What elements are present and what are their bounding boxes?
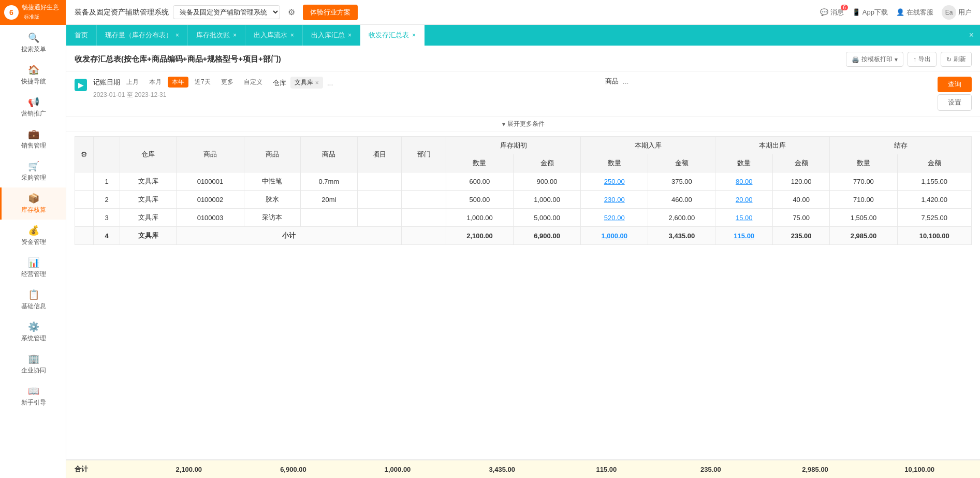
- service-icon: 👤: [896, 8, 904, 16]
- row-close-amt: 1,155.00: [897, 172, 971, 191]
- tab-batch-close[interactable]: ×: [233, 32, 237, 39]
- total-in-amt: 3,435.00: [450, 466, 554, 473]
- export-button[interactable]: ↑ 导出: [908, 52, 937, 67]
- tab-inventory-dist-close[interactable]: ×: [175, 32, 179, 39]
- col-header-out-qty: 数量: [715, 154, 772, 172]
- product-ellipsis[interactable]: ...: [623, 77, 629, 85]
- date-preset-7days[interactable]: 近7天: [191, 77, 215, 88]
- table-container: ⚙ 仓库 商品 商品 商品 项目 部门 库存期初 本期入库 本期出库: [66, 132, 980, 459]
- date-preset-more[interactable]: 更多: [217, 77, 238, 88]
- total-open-qty: 2,100.00: [137, 466, 241, 473]
- row-close-amt: 7,525.00: [897, 209, 971, 227]
- sidebar-item-marketing[interactable]: 📢 营销推广: [0, 91, 66, 123]
- expand-label: 展开更多条件: [507, 120, 545, 128]
- sidebar-item-sales[interactable]: 💼 销售管理: [0, 123, 66, 155]
- col-header-code: 商品: [177, 137, 244, 172]
- sidebar-logo: 6 畅捷通好生意 标准版: [0, 0, 66, 25]
- date-range-text: 2023-01-01 至 2023-12-31: [93, 91, 267, 99]
- subtotal-in-qty[interactable]: 1,000.00: [581, 227, 648, 245]
- row-project: [358, 209, 402, 227]
- user-button[interactable]: Ea 用户: [942, 5, 972, 20]
- main-area: 装备及固定资产辅助管理系统 装备及固定资产辅助管理系统 ⚙ 体验行业方案 💬 消…: [66, 0, 980, 478]
- sidebar-item-operation[interactable]: 📊 经营管理: [0, 252, 66, 284]
- message-button[interactable]: 💬 消息 6: [820, 8, 844, 17]
- tab-receive-summary-label: 收发存汇总表: [369, 31, 409, 40]
- sidebar-item-quicknav[interactable]: 🏠 快捷导航: [0, 59, 66, 91]
- date-preset-this-month[interactable]: 本月: [145, 77, 166, 88]
- expand-more-button[interactable]: ▾ 展开更多条件: [502, 120, 545, 128]
- sidebar-item-operation-label: 经营管理: [21, 270, 46, 279]
- tab-receive-summary-close[interactable]: ×: [412, 32, 416, 39]
- export-label: 导出: [918, 55, 931, 64]
- finance-icon: 💰: [28, 225, 39, 236]
- filter-setting-button[interactable]: 设置: [938, 94, 972, 111]
- row-name: 采访本: [244, 209, 300, 227]
- tab-bar-close[interactable]: ×: [963, 31, 980, 40]
- row-out-qty[interactable]: 80.00: [715, 172, 772, 191]
- system-title: 装备及固定资产辅助管理系统: [75, 8, 169, 17]
- logo-title: 畅捷通好生意: [22, 4, 59, 12]
- system-selector[interactable]: 装备及固定资产辅助管理系统: [173, 5, 280, 19]
- row-in-qty[interactable]: 230.00: [581, 191, 648, 209]
- col-header-close-amt: 金额: [897, 154, 971, 172]
- tab-flow[interactable]: 出入库流水 ×: [245, 25, 303, 46]
- row-in-qty[interactable]: 520.00: [581, 209, 648, 227]
- user-avatar: Ea: [942, 5, 956, 20]
- date-preset-last-month[interactable]: 上月: [122, 77, 143, 88]
- table-row: 1 文具库 0100001 中性笔 0.7mm 600.00 900.00 25…: [75, 172, 972, 191]
- tab-summary-label: 出入库汇总: [311, 31, 345, 40]
- filter-toggle-button[interactable]: ▶: [75, 79, 87, 91]
- tab-batch[interactable]: 库存批次账 ×: [188, 25, 245, 46]
- online-service-button[interactable]: 👤 在线客服: [896, 8, 933, 17]
- row-in-qty[interactable]: 250.00: [581, 172, 648, 191]
- row-out-qty[interactable]: 15.00: [715, 209, 772, 227]
- sidebar-item-guide[interactable]: 📖 新手引导: [0, 380, 66, 412]
- subtotal-open-amt: 6,900.00: [514, 227, 581, 245]
- filter-product-section: 商品 ...: [605, 77, 931, 86]
- row-open-qty: 500.00: [446, 191, 513, 209]
- col-header-in: 本期入库: [581, 137, 715, 155]
- sidebar-item-finance[interactable]: 💰 资金管理: [0, 220, 66, 252]
- date-preset-this-year[interactable]: 本年: [168, 77, 188, 88]
- page-actions: 🖨️ 按模板打印 ▾ ↑ 导出 ↻ 刷新: [846, 52, 972, 67]
- row-out-qty[interactable]: 20.00: [715, 191, 772, 209]
- table-settings-icon[interactable]: ⚙: [81, 150, 87, 158]
- col-header-settings[interactable]: ⚙: [75, 137, 94, 172]
- subtotal-out-qty[interactable]: 115.00: [715, 227, 772, 245]
- row-close-amt: 1,420.00: [897, 191, 971, 209]
- date-label: 记账日期: [93, 78, 120, 87]
- col-header-in-amt: 金额: [648, 154, 715, 172]
- sidebar-item-inventory[interactable]: 📦 库存核算: [0, 187, 66, 220]
- date-preset-custom[interactable]: 自定义: [240, 77, 267, 88]
- tab-summary[interactable]: 出入库汇总 ×: [303, 25, 360, 46]
- table-footer: 合计 2,100.00 6,900.00 1,000.00 3,435.00 1…: [66, 459, 980, 478]
- query-button[interactable]: 查询: [938, 77, 972, 92]
- sidebar-item-system[interactable]: ⚙️ 系统管理: [0, 316, 66, 348]
- experience-button[interactable]: 体验行业方案: [303, 5, 358, 20]
- app-download-button[interactable]: 📱 App下载: [852, 8, 888, 17]
- print-label: 按模板打印: [861, 55, 893, 64]
- sidebar-item-search[interactable]: 🔍 搜索菜单: [0, 27, 66, 59]
- refresh-button[interactable]: ↻ 刷新: [941, 52, 972, 67]
- tab-summary-close[interactable]: ×: [348, 32, 352, 39]
- settings-gear-icon[interactable]: ⚙: [284, 5, 299, 20]
- row-spec: 0.7mm: [300, 172, 357, 191]
- tab-flow-close[interactable]: ×: [290, 32, 294, 39]
- col-header-out: 本期出库: [715, 137, 830, 155]
- sidebar-item-enterprise[interactable]: 🏢 企业协同: [0, 348, 66, 380]
- col-header-dept: 部门: [402, 137, 446, 172]
- tab-receive-summary[interactable]: 收发存汇总表 ×: [360, 25, 425, 46]
- row-warehouse: 文具库: [120, 191, 177, 209]
- subtotal-warehouse: 文具库: [120, 227, 177, 245]
- print-button[interactable]: 🖨️ 按模板打印 ▾: [846, 52, 903, 67]
- purchase-icon: 🛒: [28, 161, 39, 172]
- tab-home[interactable]: 首页: [66, 25, 97, 46]
- warehouse-ellipsis[interactable]: ...: [327, 79, 333, 87]
- filter-warehouse-section: 仓库 文具库 × ...: [273, 77, 599, 89]
- warehouse-tag-close[interactable]: ×: [315, 79, 319, 86]
- tab-inventory-dist[interactable]: 现存量（库存分布表） ×: [97, 25, 188, 46]
- sidebar-item-purchase[interactable]: 🛒 采购管理: [0, 155, 66, 187]
- row-warehouse: 文具库: [120, 172, 177, 191]
- export-icon: ↑: [913, 56, 916, 63]
- sidebar-item-basic[interactable]: 📋 基础信息: [0, 284, 66, 316]
